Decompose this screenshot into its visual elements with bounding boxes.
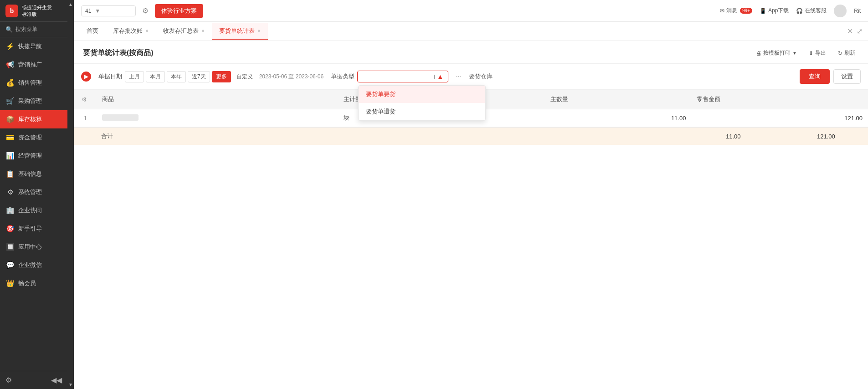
inventory-icon: 📦 bbox=[5, 115, 15, 124]
refresh-action[interactable]: ↻ 刷新 bbox=[834, 47, 859, 59]
sidebar-item-basic-info[interactable]: 📋 基础信息 bbox=[0, 165, 67, 183]
search-icon: 🔍 bbox=[5, 26, 13, 33]
tab-order-summary-label: 要货单统计表 bbox=[219, 27, 255, 35]
topbar-settings-icon[interactable]: ⚙ bbox=[140, 5, 150, 17]
expand-button[interactable]: ▶ bbox=[81, 72, 91, 82]
sales-icon: 💰 bbox=[5, 78, 15, 87]
sidebar-label: 快捷导航 bbox=[18, 42, 42, 51]
col-amount: 零售金额 bbox=[691, 90, 868, 109]
sidebar-scrollbar[interactable]: ▲ ▼ bbox=[67, 0, 74, 389]
date-filter-group: 单据日期 上月 本月 本年 近7天 更多 自定义 2023-05-06 至 20… bbox=[98, 71, 324, 82]
sidebar-item-marketing[interactable]: 📢 营销推广 bbox=[0, 56, 67, 74]
sidebar-item-guide[interactable]: 🎯 新手引导 bbox=[0, 220, 67, 238]
customer-service-label: 在线客服 bbox=[805, 7, 827, 15]
sidebar-label: 应用中心 bbox=[18, 243, 42, 251]
sidebar-item-wechat[interactable]: 💬 企业微信 bbox=[0, 256, 67, 274]
purchase-icon: 🛒 bbox=[5, 97, 15, 106]
footer-settings-icon[interactable]: ⚙ bbox=[5, 376, 12, 384]
tab-close-all-icon[interactable]: ✕ bbox=[847, 27, 853, 36]
date-btn-this-year[interactable]: 本年 bbox=[167, 71, 186, 82]
sidebar-search-label: 搜索菜单 bbox=[15, 26, 37, 33]
message-action[interactable]: ✉ 消息 99+ bbox=[720, 7, 752, 15]
tab-order-summary-close[interactable]: × bbox=[257, 28, 261, 34]
export-label: 导出 bbox=[815, 49, 826, 57]
page-container: 要货单统计表(按商品) 🖨 按模板打印 ▼ ⬇ 导出 ↻ 刷新 bbox=[74, 41, 868, 389]
headset-icon: 🎧 bbox=[796, 8, 803, 14]
customer-service-action[interactable]: 🎧 在线客服 bbox=[796, 7, 827, 15]
sidebar-item-quick-nav[interactable]: ⚡ 快捷导航 bbox=[0, 37, 67, 56]
content-area: 要货单统计表(按商品) 🖨 按模板打印 ▼ ⬇ 导出 ↻ 刷新 bbox=[74, 41, 868, 389]
sidebar-label: 营销推广 bbox=[18, 61, 42, 69]
print-action[interactable]: 🖨 按模板打印 ▼ bbox=[752, 47, 801, 59]
quick-nav-icon: ⚡ bbox=[5, 42, 15, 51]
query-button[interactable]: 查询 bbox=[800, 69, 830, 84]
sidebar-header: b 畅捷通好生意 标准版 bbox=[0, 0, 67, 22]
top-bar: 41 ▼ ⚙ 体验行业方案 ✉ 消息 99+ 📱 App下载 🎧 在线客服 Ri… bbox=[74, 0, 868, 22]
table-settings-icon[interactable]: ⚙ bbox=[79, 94, 89, 104]
sidebar-item-system[interactable]: ⚙ 系统管理 bbox=[0, 183, 67, 201]
filter-settings-button[interactable]: 设置 bbox=[833, 69, 861, 84]
cell-qty: 11.00 bbox=[545, 109, 691, 127]
sidebar-item-enterprise[interactable]: 🏢 企业协同 bbox=[0, 201, 67, 220]
app-download-action[interactable]: 📱 App下载 bbox=[760, 7, 789, 15]
tab-maximize-icon[interactable]: ⤢ bbox=[857, 27, 863, 36]
date-btn-more[interactable]: 更多 bbox=[212, 71, 231, 82]
type-chevron-up-icon: ▲ bbox=[437, 73, 443, 80]
print-icon: 🖨 bbox=[756, 50, 761, 56]
type-filter-group: 单据类型 | ▲ 要货单要货 要货单退货 bbox=[331, 71, 448, 82]
trial-button[interactable]: 体验行业方案 bbox=[155, 4, 203, 18]
tab-collect-summary[interactable]: 收发存汇总表 × bbox=[156, 23, 212, 40]
top-bar-right: ✉ 消息 99+ 📱 App下载 🎧 在线客服 Rit bbox=[720, 5, 861, 17]
operations-icon: 📊 bbox=[5, 151, 15, 160]
sidebar-item-app-center[interactable]: 🔲 应用中心 bbox=[0, 238, 67, 256]
date-btn-this-month[interactable]: 本月 bbox=[146, 71, 165, 82]
sidebar-label: 企业微信 bbox=[18, 261, 42, 269]
sidebar-item-inventory[interactable]: 📦 库存核算 bbox=[0, 110, 67, 128]
message-label: 消息 bbox=[726, 7, 737, 15]
app-download-label: App下载 bbox=[768, 7, 789, 15]
date-btn-last-7days[interactable]: 近7天 bbox=[188, 71, 210, 82]
top-bar-left: 41 ▼ ⚙ 体验行业方案 bbox=[81, 4, 203, 18]
sidebar-label: 库存核算 bbox=[18, 115, 42, 123]
refresh-icon: ↻ bbox=[838, 50, 842, 56]
print-label: 按模板打印 bbox=[763, 49, 791, 57]
message-icon: ✉ bbox=[720, 8, 724, 14]
table-footer: 合计 11.00 121.00 bbox=[74, 127, 868, 145]
tab-inventory-batch[interactable]: 库存批次账 × bbox=[106, 23, 156, 40]
sidebar-item-operations[interactable]: 📊 经营管理 bbox=[0, 147, 67, 165]
export-action[interactable]: ⬇ 导出 bbox=[805, 47, 830, 59]
dropdown-item-return[interactable]: 要货单退货 bbox=[359, 103, 485, 120]
store-selector[interactable]: 41 ▼ bbox=[81, 5, 136, 16]
scroll-down-icon[interactable]: ▼ bbox=[68, 382, 73, 387]
sidebar-search[interactable]: 🔍 搜索菜单 bbox=[0, 22, 67, 37]
custom-date-btn[interactable]: 自定义 bbox=[233, 72, 257, 82]
type-label: 单据类型 bbox=[331, 72, 354, 81]
tab-inventory-batch-close[interactable]: × bbox=[145, 28, 149, 34]
tab-order-summary[interactable]: 要货单统计表 × bbox=[212, 23, 268, 40]
user-avatar[interactable] bbox=[834, 5, 847, 17]
sidebar-item-purchase[interactable]: 🛒 采购管理 bbox=[0, 92, 67, 110]
sidebar-item-finance[interactable]: 💳 资金管理 bbox=[0, 128, 67, 147]
refresh-label: 刷新 bbox=[844, 49, 855, 57]
date-range-buttons: 上月 本月 本年 近7天 更多 自定义 bbox=[125, 71, 257, 82]
tab-home-label: 首页 bbox=[87, 27, 98, 35]
date-btn-last-month[interactable]: 上月 bbox=[125, 71, 144, 82]
filter-more-icon[interactable]: ··· bbox=[456, 72, 462, 81]
chevron-down-icon: ▼ bbox=[95, 8, 100, 14]
date-range-display: 2023-05-06 至 2023-06-06 bbox=[259, 73, 324, 81]
sidebar-item-member[interactable]: 👑 畅会员 bbox=[0, 274, 67, 292]
type-select-box[interactable]: | ▲ bbox=[357, 71, 448, 82]
sidebar-item-sales[interactable]: 💰 销售管理 bbox=[0, 74, 67, 92]
type-dropdown: 要货单要货 要货单退货 bbox=[358, 85, 486, 121]
col-qty: 主数量 bbox=[545, 90, 691, 109]
footer-label: 合计 bbox=[79, 132, 113, 140]
tab-collect-summary-close[interactable]: × bbox=[201, 28, 205, 34]
scroll-up-icon[interactable]: ▲ bbox=[68, 2, 73, 7]
dropdown-item-requisition[interactable]: 要货单要货 bbox=[359, 86, 485, 103]
footer-amount: 121.00 bbox=[817, 133, 853, 140]
store-name: 41 bbox=[85, 8, 91, 14]
footer-values: 11.00 121.00 bbox=[726, 133, 853, 140]
footer-collapse-icon[interactable]: ◀◀ bbox=[51, 376, 62, 384]
tab-home[interactable]: 首页 bbox=[79, 23, 106, 40]
sidebar-label: 基础信息 bbox=[18, 170, 42, 178]
